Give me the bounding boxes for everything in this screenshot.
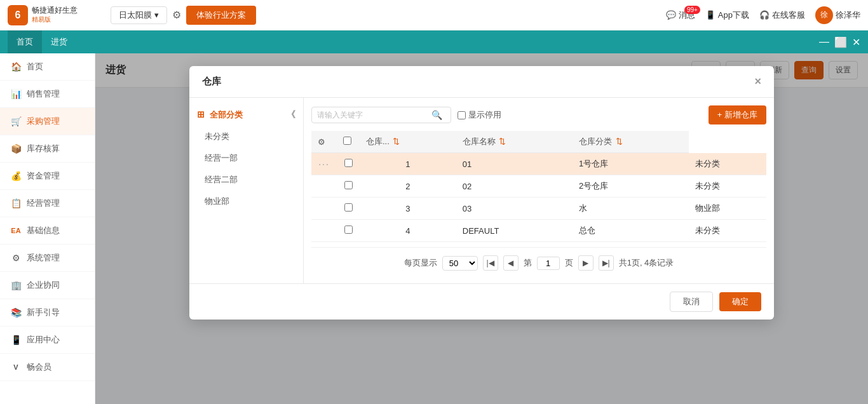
enterprise-icon: 🏢 xyxy=(10,279,22,291)
col-header-gear: ⚙ xyxy=(311,131,337,153)
category-item-property[interactable]: 物业部 xyxy=(189,191,303,212)
row-category: 物业部 xyxy=(689,198,766,220)
logo-area: 6 畅捷通好生意 精易版 xyxy=(8,5,103,25)
sidebar-item-home[interactable]: 🏠 首页 xyxy=(0,53,95,81)
sort-code-icon: ⇅ xyxy=(393,137,400,146)
close-window-button[interactable]: ✕ xyxy=(852,36,860,48)
sidebar-item-guide[interactable]: 📚 新手引导 xyxy=(0,299,95,327)
app-download-button[interactable]: 📱 App下载 xyxy=(705,10,749,21)
show-disabled-checkbox[interactable] xyxy=(458,111,466,119)
try-industry-button[interactable]: 体验行业方案 xyxy=(186,6,256,25)
user-profile-button[interactable]: 徐 徐泽华 xyxy=(815,6,860,24)
customer-service-button[interactable]: 🎧 在线客服 xyxy=(759,10,805,21)
row-code: 01 xyxy=(456,153,573,175)
operation-icon: 📋 xyxy=(10,198,22,209)
notification-button[interactable]: 💬 消息 99+ xyxy=(666,10,695,21)
cancel-button[interactable]: 取消 xyxy=(670,292,713,312)
row-checkbox-cell xyxy=(337,153,360,175)
system-icon: ⚙ xyxy=(10,252,22,264)
col-header-name[interactable]: 仓库名称 ⇅ xyxy=(456,131,573,153)
sidebar-item-apps[interactable]: 📱 应用中心 xyxy=(0,327,95,354)
last-page-button[interactable]: ▶| xyxy=(599,255,614,271)
sidebar-item-stock[interactable]: 📦 库存核算 xyxy=(0,135,95,163)
table-row[interactable]: 3 03 水 物业部 xyxy=(311,198,766,220)
sidebar: 🏠 首页 📊 销售管理 🛒 采购管理 📦 库存核算 💰 资金管理 📋 经营管理 … xyxy=(0,53,95,404)
sidebar-item-purchase[interactable]: 🛒 采购管理 xyxy=(0,108,95,135)
grid-icon: ⊞ xyxy=(197,109,205,119)
sidebar-item-basic[interactable]: EA 基础信息 xyxy=(0,217,95,245)
row-checkbox[interactable] xyxy=(344,203,353,212)
search-icon[interactable]: 🔍 xyxy=(431,110,442,120)
row-gear[interactable]: ··· xyxy=(311,153,337,175)
row-gear[interactable] xyxy=(311,198,337,220)
maximize-button[interactable]: ⬜ xyxy=(834,36,847,48)
sidebar-item-sales[interactable]: 📊 销售管理 xyxy=(0,81,95,108)
row-code: 03 xyxy=(456,198,573,220)
add-warehouse-button[interactable]: + 新增仓库 xyxy=(709,105,766,125)
row-checkbox[interactable] xyxy=(344,226,353,234)
show-disabled-checkbox-label[interactable]: 显示停用 xyxy=(458,109,501,121)
row-category: 未分类 xyxy=(689,175,766,198)
row-checkbox[interactable] xyxy=(344,181,353,189)
avatar: 徐 xyxy=(815,6,833,24)
row-category: 未分类 xyxy=(689,220,766,242)
sidebar-item-operation[interactable]: 📋 经营管理 xyxy=(0,190,95,217)
row-gear[interactable] xyxy=(311,175,337,198)
first-page-button[interactable]: |◀ xyxy=(483,255,498,271)
row-code: DEFAULT xyxy=(456,220,573,242)
sub-navbar: 首页 进货 — ⬜ ✕ xyxy=(0,30,868,53)
row-name: 1号仓库 xyxy=(573,153,689,175)
more-icon[interactable]: ··· xyxy=(318,159,330,169)
sub-nav-home[interactable]: 首页 xyxy=(8,30,42,53)
page-number-input[interactable] xyxy=(537,257,560,270)
row-checkbox-cell xyxy=(337,198,360,220)
table-row[interactable]: 2 02 2号仓库 未分类 xyxy=(311,175,766,198)
search-input[interactable] xyxy=(317,111,431,119)
row-index: 3 xyxy=(360,198,456,220)
sort-category-icon: ⇅ xyxy=(616,137,623,146)
modal-footer: 取消 确定 xyxy=(189,283,774,320)
per-page-select[interactable]: 50 20 100 xyxy=(442,256,478,271)
col-header-category[interactable]: 仓库分类 ⇅ xyxy=(573,131,689,153)
home-icon: 🏠 xyxy=(10,61,22,72)
table-row[interactable]: ··· 1 01 1号仓库 未分类 xyxy=(311,153,766,175)
warehouse-table: ⚙ 仓库... ⇅ xyxy=(311,131,766,242)
sub-nav-purchase[interactable]: 进货 xyxy=(42,30,76,53)
collapse-icon[interactable]: 《 xyxy=(287,109,295,121)
stock-icon: 📦 xyxy=(10,143,22,154)
sidebar-item-system[interactable]: ⚙ 系统管理 xyxy=(0,245,95,272)
category-item-ops1[interactable]: 经营一部 xyxy=(189,147,303,169)
col-header-check xyxy=(337,131,360,153)
confirm-button[interactable]: 确定 xyxy=(719,292,761,311)
sidebar-item-finance[interactable]: 💰 资金管理 xyxy=(0,163,95,190)
modal-close-button[interactable]: × xyxy=(754,75,761,88)
row-name: 总仓 xyxy=(573,220,689,242)
sort-name-icon: ⇅ xyxy=(499,137,506,146)
basic-icon: EA xyxy=(10,225,22,236)
logo-sub: 精易版 xyxy=(32,15,78,24)
prev-page-button[interactable]: ◀ xyxy=(503,255,519,271)
sidebar-item-member[interactable]: V 畅会员 xyxy=(0,354,95,381)
modal-overlay: 仓库 × ⊞ 全部分类 《 xyxy=(95,53,868,404)
row-checkbox-cell xyxy=(337,175,360,198)
row-gear[interactable] xyxy=(311,220,337,242)
table-row[interactable]: 4 DEFAULT 总仓 未分类 xyxy=(311,220,766,242)
col-header-code[interactable]: 仓库... ⇅ xyxy=(360,131,456,153)
apps-icon: 📱 xyxy=(10,334,22,346)
settings-icon[interactable]: ⚙ xyxy=(172,9,181,21)
row-index: 4 xyxy=(360,220,456,242)
sidebar-item-enterprise[interactable]: 🏢 企业协同 xyxy=(0,272,95,299)
select-all-checkbox[interactable] xyxy=(343,137,351,145)
next-page-button[interactable]: ▶ xyxy=(578,255,593,271)
table-scroll-area: ⚙ 仓库... ⇅ xyxy=(311,131,766,242)
minimize-button[interactable]: — xyxy=(819,36,829,48)
row-category: 未分类 xyxy=(689,153,766,175)
main-layout: 🏠 首页 📊 销售管理 🛒 采购管理 📦 库存核算 💰 资金管理 📋 经营管理 … xyxy=(0,53,868,404)
category-item-uncategorized[interactable]: 未分类 xyxy=(189,126,303,147)
category-item-ops2[interactable]: 经营二部 xyxy=(189,169,303,191)
modal-title: 仓库 xyxy=(202,76,221,88)
top-navbar: 6 畅捷通好生意 精易版 日太阳膜 ▾ ⚙ 体验行业方案 💬 消息 99+ 📱 … xyxy=(0,0,868,30)
row-checkbox[interactable] xyxy=(344,159,353,167)
store-selector[interactable]: 日太阳膜 ▾ xyxy=(111,6,167,24)
all-categories-header[interactable]: ⊞ 全部分类 《 xyxy=(189,104,303,126)
